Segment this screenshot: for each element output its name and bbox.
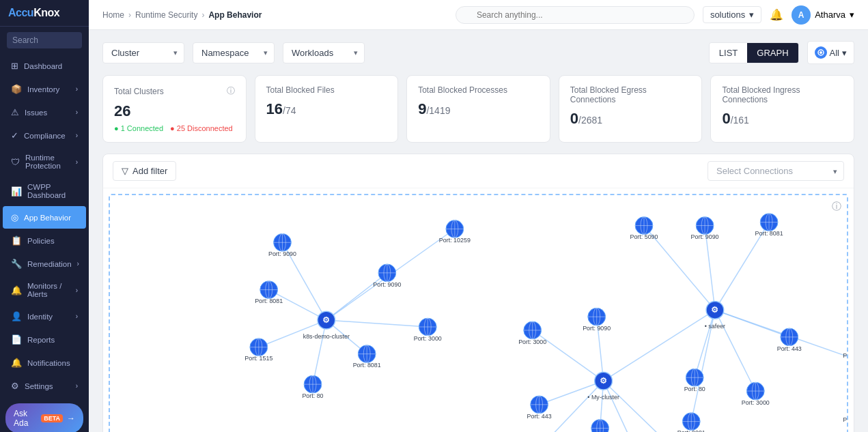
ask-ada-arrow-icon: →: [67, 414, 75, 423]
label-port3000-mid: Port: 3000: [414, 335, 442, 342]
sidebar-label-app-behavior: App Behavior: [24, 214, 78, 222]
node-port8081-tr[interactable]: [760, 214, 778, 231]
all-filter-select[interactable]: All ▾: [807, 41, 854, 64]
filter-icon: ▽: [122, 166, 128, 176]
breadcrumb-home[interactable]: Home: [102, 10, 124, 20]
node-port9090-topleft[interactable]: [274, 233, 292, 251]
graph-info-icon[interactable]: ⓘ: [832, 201, 841, 213]
sidebar-chevron-identity: ›: [76, 313, 78, 320]
node-port443-lc[interactable]: [531, 396, 548, 414]
sidebar-icon-policies: 📋: [11, 235, 22, 246]
node-port9090-midtop[interactable]: [378, 264, 396, 282]
solutions-chevron-icon: ▾: [749, 10, 754, 20]
node-port1515[interactable]: [250, 339, 268, 356]
sidebar-chevron-compliance: ›: [76, 132, 78, 139]
all-icon: [815, 46, 827, 59]
label-my-cluster: • My-cluster: [587, 394, 619, 401]
stat-value-4: 0/161: [722, 110, 843, 128]
filters-row: Cluster Namespace Workloads LIST GRAPH: [102, 41, 854, 64]
node-port5090[interactable]: [635, 217, 653, 235]
sidebar-icon-settings: ⚙: [11, 381, 19, 391]
breadcrumb-runtime[interactable]: Runtime Security: [135, 10, 197, 20]
stat-value-3: 0/2681: [570, 110, 691, 128]
stat-title-text-2: Total Blocked Processes: [418, 85, 507, 95]
stat-info-icon[interactable]: ⓘ: [227, 85, 235, 97]
node-port443-right[interactable]: [781, 328, 798, 346]
node-port8081-bot[interactable]: [358, 345, 376, 363]
stat-title-text-3: Total Blocked Egress Connections: [570, 85, 691, 104]
connected-count: ● 1 Connected: [114, 124, 163, 132]
cluster-select[interactable]: Cluster: [102, 42, 184, 63]
edge: [326, 273, 387, 320]
header-search-input[interactable]: [456, 6, 695, 24]
sidebar-item-issues[interactable]: ⚠ Issues ›: [3, 101, 86, 124]
connections-select-wrap: Select Connections: [708, 161, 844, 181]
node-port80-right[interactable]: [686, 369, 703, 386]
node-port3000-mid[interactable]: [419, 318, 436, 336]
sidebar-item-app-behavior[interactable]: ◎ App Behavior: [3, 206, 86, 229]
breadcrumb-sep2: ›: [201, 10, 204, 20]
sidebar-item-runtime-protection[interactable]: 🛡 Runtime Protection ›: [3, 147, 86, 176]
sidebar-item-dashboard[interactable]: ⊞ Dashboard: [3, 55, 86, 77]
bell-icon[interactable]: 🔔: [770, 8, 783, 21]
sidebar-item-settings[interactable]: ⚙ Settings ›: [3, 375, 86, 397]
sidebar-item-monitors-alerts[interactable]: 🔔 Monitors / Alerts ›: [3, 276, 86, 304]
node-port3000-center[interactable]: [524, 321, 542, 339]
add-filter-button[interactable]: ▽ Add filter: [113, 161, 176, 181]
node-port10259[interactable]: [446, 220, 464, 238]
node-port8081-left[interactable]: [260, 281, 278, 299]
solutions-dropdown[interactable]: solutions ▾: [703, 6, 761, 23]
sidebar-item-inventory[interactable]: 📦 Inventory ›: [3, 78, 86, 100]
node-port8081-rc[interactable]: [591, 420, 609, 432]
sidebar-label-dashboard: Dashboard: [24, 62, 78, 70]
label-safeer: • safeer: [705, 323, 725, 330]
sidebar-bottom: Ask Ada BETA → Getting started: Onboardi…: [0, 398, 89, 432]
view-toggle: LIST GRAPH: [709, 42, 799, 63]
label-port3000-fr: Port: 3000: [843, 352, 847, 359]
stat-card-2: Total Blocked Processes 9/1419: [406, 75, 550, 143]
sidebar-item-remediation[interactable]: 🔧 Remediation ›: [3, 253, 86, 275]
sidebar-item-cwpp-dashboard[interactable]: 📊 CWPP Dashboard: [3, 177, 86, 205]
node-my-cluster[interactable]: [595, 372, 613, 390]
list-view-button[interactable]: LIST: [710, 43, 747, 63]
label-port9090-tr: Port: 9090: [691, 233, 719, 240]
stat-sub-0: ● 1 Connected ● 25 Disconnected: [114, 124, 235, 132]
user-name: Atharva: [815, 10, 845, 20]
node-port9090-tr[interactable]: [696, 217, 714, 235]
edge: [540, 381, 604, 405]
label-port3000-center: Port: 3000: [518, 339, 546, 345]
node-port80-left[interactable]: [304, 375, 322, 393]
node-port3000-right[interactable]: [746, 382, 764, 400]
namespace-select-wrap: Namespace: [193, 42, 275, 63]
logo: AccuKnox: [0, 0, 89, 27]
sidebar-item-notifications[interactable]: 🔔 Notifications: [3, 351, 86, 374]
label-port443-lc: Port: 443: [527, 413, 552, 420]
sidebar-search-input[interactable]: [7, 32, 82, 48]
node-safeer[interactable]: [706, 301, 724, 319]
sidebar-item-identity[interactable]: 👤 Identity ›: [3, 305, 86, 328]
ask-ada-label: Ask Ada: [14, 409, 37, 428]
label-port9090-topleft: Port: 9090: [268, 250, 296, 257]
workloads-select[interactable]: Workloads: [283, 42, 365, 63]
sidebar-icon-dashboard: ⊞: [11, 61, 18, 71]
sidebar-icon-issues: ⚠: [11, 107, 19, 117]
node-port9091[interactable]: [682, 413, 700, 431]
ask-ada-button[interactable]: Ask Ada BETA →: [5, 403, 83, 432]
solutions-label: solutions: [710, 10, 745, 20]
graph-nodes[interactable]: ⚙ Port: 9090 Port: 10259 Port: 9090: [244, 214, 847, 432]
sidebar-item-reports[interactable]: 📄 Reports: [3, 328, 86, 351]
sidebar-chevron-monitors-alerts: ›: [76, 287, 78, 294]
connections-select[interactable]: Select Connections: [708, 161, 844, 181]
sidebar-label-runtime-protection: Runtime Protection: [25, 154, 70, 170]
node-port9090-center[interactable]: [588, 308, 606, 326]
sidebar-chevron-runtime-protection: ›: [76, 158, 78, 166]
label-port10259: Port: 10259: [439, 237, 471, 244]
node-k8s-demo[interactable]: [318, 311, 335, 329]
sidebar-item-policies[interactable]: 📋 Policies: [3, 229, 86, 252]
graph-view-button[interactable]: GRAPH: [747, 43, 798, 63]
user-menu[interactable]: A Atharva ▾: [792, 5, 854, 25]
namespace-select[interactable]: Namespace: [193, 42, 275, 63]
label-port443-right: Port: 443: [777, 345, 802, 352]
sidebar-item-compliance[interactable]: ✓ Compliance ›: [3, 124, 86, 147]
sidebar-chevron-remediation: ›: [77, 260, 79, 268]
